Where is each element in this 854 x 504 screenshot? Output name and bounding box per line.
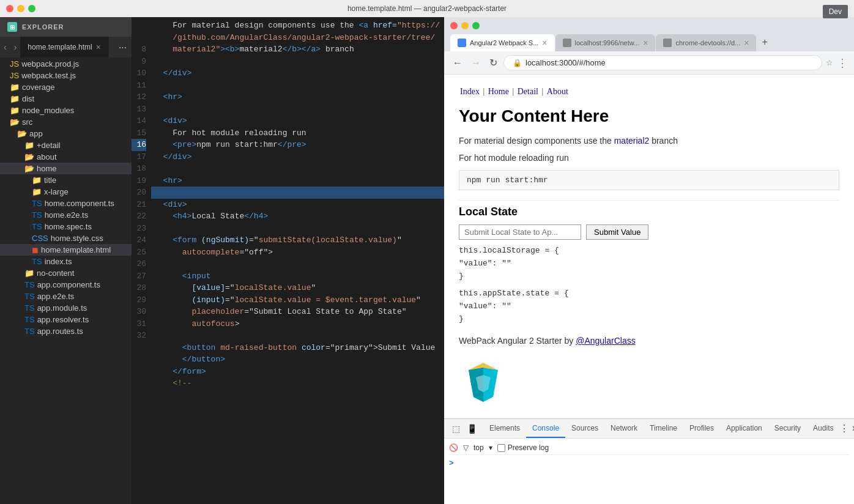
console-dropdown-arrow[interactable]: ▾ (489, 443, 492, 452)
sidebar-item-home-template[interactable]: ◼ home.template.html (0, 244, 132, 256)
browser-menu-button[interactable]: ⋮ (837, 56, 848, 70)
sidebar-item-title[interactable]: 📁 title (0, 174, 132, 186)
browser-toolbar: ← → ↻ 🔒 localhost:3000/#/home ☆ ⋮ (444, 51, 854, 75)
devtools-tab-sources[interactable]: Sources (565, 419, 604, 438)
preserve-log-checkbox[interactable] (497, 444, 505, 452)
browser-close-btn[interactable] (450, 22, 458, 29)
local-state-input[interactable] (459, 224, 581, 240)
sidebar-item-app-e2e[interactable]: TS app.e2e.ts (0, 291, 132, 302)
reload-button[interactable]: ↻ (487, 56, 500, 70)
console-input[interactable] (458, 459, 849, 468)
editor-more-icon[interactable]: ⋯ (119, 43, 132, 52)
sidebar-item-index-ts[interactable]: TS index.ts (0, 256, 132, 267)
back-button[interactable]: ← (450, 56, 465, 70)
devtools-cursor-icon[interactable]: ⬚ (449, 422, 462, 435)
sidebar-item-home-component[interactable]: TS home.component.ts (0, 198, 132, 209)
code-line: </div> (151, 67, 444, 80)
page-nav-links: Index | Home | Detail | About (459, 87, 839, 97)
ts-file-icon: TS (24, 315, 35, 324)
sidebar-item-home-spec[interactable]: TS home.spec.ts (0, 221, 132, 232)
line-number: 25 (132, 246, 146, 259)
devtools-more-btn[interactable]: ⋮ (839, 423, 849, 434)
address-text: localhost:3000/#/home (525, 58, 606, 67)
sidebar-item-app-routes[interactable]: TS app.routes.ts (0, 325, 132, 337)
devtools-tab-network[interactable]: Network (604, 419, 644, 438)
devtools-tab-application[interactable]: Application (720, 419, 768, 438)
code-lines[interactable]: For material design components use the <… (151, 17, 444, 504)
tab-close-btn[interactable]: × (542, 38, 547, 48)
bookmark-button[interactable]: ☆ (826, 58, 833, 67)
line-number: 23 (132, 223, 146, 235)
file-label: app.component.ts (37, 280, 100, 289)
devtools-tab-elements[interactable]: Elements (483, 419, 526, 438)
browser-tab-localhost[interactable]: localhost:9966/netw... × (555, 34, 656, 51)
code-line (151, 258, 444, 270)
sidebar-item-detail[interactable]: 📁 +detail (0, 139, 132, 151)
folder-label: home (37, 164, 57, 173)
file-label: app.e2e.ts (37, 292, 75, 301)
sidebar-item-webpack-test[interactable]: JS webpack.test.js (0, 70, 132, 81)
sidebar-item-home[interactable]: 📂 home (0, 163, 132, 174)
file-label: home.template.html (41, 245, 111, 254)
tab-nav-forward[interactable]: › (10, 37, 21, 57)
devtools-tab-profiles[interactable]: Profiles (683, 419, 720, 438)
console-filter-icon[interactable]: ▽ (463, 443, 469, 452)
tab-close-icon[interactable]: × (96, 42, 101, 52)
devtools-close-btn[interactable]: × (852, 423, 854, 434)
sidebar-item-home-style[interactable]: CSS home.style.css (0, 232, 132, 244)
editor-tab-home-template[interactable]: home.template.html × (20, 37, 109, 57)
sidebar-item-dist[interactable]: 📁 dist (0, 93, 132, 105)
sidebar-item-app[interactable]: 📂 app (0, 128, 132, 139)
tab-close-btn[interactable]: × (744, 38, 749, 48)
nav-link-home[interactable]: Home (488, 87, 509, 96)
tab-nav-back[interactable]: ‹ (0, 37, 10, 57)
folder-open-icon: 📂 (24, 152, 34, 161)
dev-button[interactable]: Dev (823, 5, 848, 18)
browser-tab-angular2[interactable]: Angular2 Webpack S... × (450, 34, 555, 51)
code-line (151, 223, 444, 235)
file-label: index.ts (45, 257, 72, 266)
nav-link-index[interactable]: Index (460, 87, 480, 96)
hmr-command-block: npm run start:hmr (459, 170, 839, 190)
angular-class-link[interactable]: @AngularClass (576, 336, 635, 346)
tab-close-btn[interactable]: × (643, 38, 648, 48)
browser-maximize-btn[interactable] (472, 22, 480, 29)
sidebar-item-coverage[interactable]: 📁 coverage (0, 81, 132, 93)
code-line: </button> (151, 354, 444, 366)
code-line (151, 187, 444, 199)
nav-link-about[interactable]: About (547, 87, 568, 96)
browser-tab-devtools[interactable]: chrome-devtools://d... × (656, 34, 756, 51)
new-tab-btn[interactable]: + (757, 33, 772, 51)
submit-value-button[interactable]: Submit Value (586, 224, 648, 240)
sidebar-item-app-component[interactable]: TS app.component.ts (0, 279, 132, 291)
devtools-tab-security[interactable]: Security (768, 419, 807, 438)
devtools-mobile-icon[interactable]: 📱 (465, 422, 478, 435)
sidebar-item-src[interactable]: 📂 src (0, 116, 132, 128)
devtools-tab-timeline[interactable]: Timeline (644, 419, 683, 438)
minimize-button[interactable] (17, 5, 24, 12)
sidebar-item-no-content[interactable]: 📁 no-content (0, 267, 132, 279)
close-button[interactable] (6, 5, 13, 12)
code-editor[interactable]: 8 9 10 11 12 13 14 15 16 17 18 19 20 21 … (132, 17, 444, 504)
sidebar-item-app-resolver[interactable]: TS app.resolver.ts (0, 314, 132, 325)
local-state-form: Submit Value (459, 224, 839, 240)
maximize-button[interactable] (28, 5, 35, 12)
sidebar-item-node-modules[interactable]: 📁 node_modules (0, 105, 132, 116)
console-clear-btn[interactable]: 🚫 (449, 443, 458, 452)
sidebar-item-x-large[interactable]: 📁 x-large (0, 186, 132, 198)
devtools-tab-audits[interactable]: Audits (807, 419, 839, 438)
line-number: 19 (132, 175, 146, 187)
browser-minimize-btn[interactable] (461, 22, 469, 29)
sidebar-item-home-e2e[interactable]: TS home.e2e.ts (0, 209, 132, 221)
sidebar-item-about[interactable]: 📂 about (0, 151, 132, 163)
devtools-tab-console[interactable]: Console (526, 419, 565, 438)
forward-button[interactable]: → (469, 56, 483, 70)
line-number: 8 (132, 43, 146, 56)
line-number (132, 20, 146, 32)
material2-link[interactable]: material2 (614, 136, 652, 146)
nav-link-detail[interactable]: Detail (518, 87, 538, 96)
browser-panel: Angular2 Webpack S... × localhost:9966/n… (444, 17, 854, 504)
address-bar[interactable]: 🔒 localhost:3000/#/home (503, 55, 822, 70)
sidebar-item-app-module[interactable]: TS app.module.ts (0, 302, 132, 314)
sidebar-item-webpack-prod[interactable]: JS webpack.prod.js (0, 58, 132, 70)
